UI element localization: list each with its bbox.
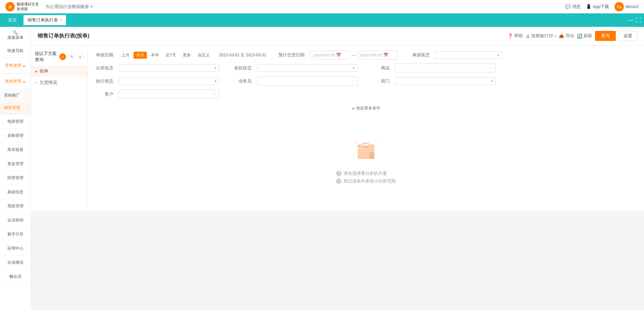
status-select[interactable]: ▾ [435, 51, 502, 59]
shortage-icon: ○ [35, 80, 38, 85]
date-tab-this-month[interactable]: 本月 [133, 52, 147, 59]
customer-label: 客户 [93, 91, 113, 97]
date-tab-7days[interactable]: 近7天 [163, 52, 179, 59]
salesperson-label: 业务员 [231, 78, 252, 84]
sidebar-item-operations[interactable]: 经营管理 [0, 171, 31, 185]
sidebar-item-wechat[interactable]: 企业微信 [0, 256, 31, 270]
scheme-item-shortage[interactable]: ○ 欠货情况 [31, 77, 88, 88]
date-tab-last-month[interactable]: 上月 [119, 52, 132, 59]
page-header: 销售订单执行表(按单) ❓ 帮助 🖨 按模板打印 ▾ 📤 导出 🔄 刷新 [31, 27, 644, 45]
sidebar-item-enterprise[interactable]: 企业协同 [0, 213, 31, 227]
empty-tips: 1 请先选择要分析的方案 2 用过滤条件来缩小分析范围 [336, 169, 396, 185]
logo-text: 畅捷通好生意 标准版 [17, 2, 39, 11]
sidebar-item-finance[interactable]: 资金管理 [0, 157, 31, 171]
scheme-item-by-order[interactable]: ● 按单 [31, 65, 88, 77]
export-button[interactable]: 📤 导出 [559, 33, 574, 39]
tip-num-1: 1 [336, 171, 341, 176]
search-menu-label: 搜索菜单 [3, 35, 28, 41]
sidebar-item-member[interactable]: 畅会员 [0, 270, 31, 284]
tab-active[interactable]: 销售订单执行表 × [23, 15, 66, 25]
message-button[interactable]: 💬 消息 [565, 4, 581, 10]
goods-label: 商品 [370, 65, 390, 71]
phone-icon: 📱 [586, 4, 591, 9]
settings-button[interactable]: 设置 [619, 31, 637, 41]
scheme-icon: ● [35, 69, 38, 74]
sidebar-item-guide[interactable]: 新手引导 [0, 227, 31, 242]
template-print-button[interactable]: 🖨 按模板打印 ▾ [526, 33, 556, 39]
expected-date-to[interactable]: yyyy-mm-dd 📅 [357, 51, 397, 59]
status-dropdown-icon: ▾ [497, 53, 499, 57]
status-label: 单据状态 [410, 52, 430, 58]
svg-point-4 [355, 142, 357, 143]
sidebar-item-retail[interactable]: 零售管理 ▲ [0, 58, 31, 74]
payment-status-select[interactable]: ▾ [257, 64, 358, 72]
query-button[interactable]: 查询 [595, 31, 616, 41]
collapse-label: 收起更多条件 [356, 105, 380, 111]
collapse-filters-button[interactable]: ∧ 收起更多条件 [93, 103, 639, 114]
sidebar-item-purchase[interactable]: 采购管理 [0, 129, 31, 143]
sidebar-item-inventory[interactable]: 库存核算 [0, 143, 31, 157]
calendar-icon-to: 📅 [383, 53, 388, 57]
help-button[interactable]: ❓ 帮助 [507, 33, 523, 39]
add-scheme-button[interactable]: + [59, 53, 66, 60]
date-from-placeholder: yyyy-mm-dd [313, 53, 335, 57]
sidebar-item-ecommerce[interactable]: 电商管理 [0, 115, 31, 129]
breadcrumb-arrow[interactable]: ▾ [91, 4, 93, 9]
sidebar-item-wholesale[interactable]: 批发管理 ▲ 营销推广 销售管理 [0, 74, 31, 115]
marketing-label: 营销推广 [4, 93, 20, 98]
sidebar-item-app-center[interactable]: 应用中心 [0, 242, 31, 256]
tab-home[interactable]: 首页 [3, 15, 22, 25]
date-tabs: 上月 本月 本年 近7天 更多 自定义 [119, 52, 212, 59]
wholesale-arrow: ▲ [22, 80, 26, 83]
sidebar-item-system[interactable]: 系统管理 [0, 199, 31, 213]
logo-area: 好 畅捷通好生意 标准版 [5, 2, 39, 11]
expected-date-range: yyyy-mm-dd 📅 — yyyy-mm-dd 📅 [310, 51, 397, 59]
left-panel-header: 按以下方案查询 + ✎ « [31, 49, 88, 65]
calendar-icon-from: 📅 [336, 53, 341, 57]
window-minimize-button[interactable]: — [628, 17, 633, 23]
tab-close-button[interactable]: × [60, 18, 62, 22]
execution-status-select[interactable]: ▾ [119, 77, 219, 85]
edit-scheme-button[interactable]: ✎ [68, 53, 75, 60]
sidebar-item-basic-info[interactable]: 基础信息 [0, 185, 31, 199]
help-icon: ❓ [507, 34, 513, 39]
empty-tip-2: 2 用过滤条件来缩小分析范围 [336, 177, 396, 185]
user-menu[interactable]: Ea demo2 [614, 2, 639, 11]
goods-dots-icon [489, 65, 493, 70]
inner-layout: 按以下方案查询 + ✎ « ● 按单 ○ 欠货情况 [31, 45, 644, 211]
content-area: 销售订单执行表(按单) ❓ 帮助 🖨 按模板打印 ▾ 📤 导出 🔄 刷新 [31, 27, 644, 310]
execution-status-label: 执行状态 [93, 78, 113, 84]
app-download-button[interactable]: 📱 App下载 [586, 4, 609, 10]
expected-date-from[interactable]: yyyy-mm-dd 📅 [310, 51, 350, 59]
page-title: 销售订单执行表(按单) [38, 33, 90, 40]
wholesale-label: 批发管理 [5, 79, 21, 84]
sidebar-item-quick-nav[interactable]: 快捷导航 [0, 44, 31, 58]
refresh-button[interactable]: 🔄 刷新 [577, 33, 592, 39]
filter-row-date: 单据日期 上月 本月 本年 近7天 更多 自定义 2023-03-01 至 20… [93, 51, 639, 59]
department-select[interactable]: ▾ [395, 77, 496, 85]
tip-num-2: 2 [336, 178, 341, 184]
search-icon: 🔍 [13, 30, 18, 35]
date-tab-this-year[interactable]: 本年 [148, 52, 162, 59]
delivery-status-select[interactable]: ▾ [119, 64, 219, 72]
salesperson-select[interactable] [257, 76, 358, 86]
wholesale-submenu: 营销推广 销售管理 [0, 89, 31, 114]
search-menu-button[interactable]: 🔍 搜索菜单 [0, 27, 31, 44]
department-label: 部门 [370, 78, 390, 84]
salesperson-dots-icon [351, 79, 355, 84]
goods-select[interactable] [395, 63, 496, 72]
collapse-panel-button[interactable]: « [77, 53, 84, 60]
empty-state: 1 请先选择要分析的方案 2 用过滤条件来缩小分析范围 [93, 114, 639, 205]
sidebar-sub-sales[interactable]: 销售管理 [0, 102, 31, 114]
date-range-display: 2023-03-01 至 2023-03-31 [219, 52, 266, 58]
date-tab-custom[interactable]: 自定义 [195, 52, 212, 59]
header-left: 好 畅捷通好生意 标准版 办公用品行业模拟账套 ▾ [5, 2, 93, 11]
retail-label: 零售管理 [5, 63, 21, 68]
quick-nav-label: 快捷导航 [7, 48, 23, 54]
refresh-icon: 🔄 [577, 34, 582, 39]
left-panel-title: 按以下方案查询 [35, 51, 59, 63]
window-maximize-button[interactable]: ⛶ [636, 17, 641, 23]
sidebar-sub-marketing[interactable]: 营销推广 [0, 89, 31, 102]
customer-select[interactable] [119, 90, 219, 99]
date-tab-more[interactable]: 更多 [180, 52, 194, 59]
